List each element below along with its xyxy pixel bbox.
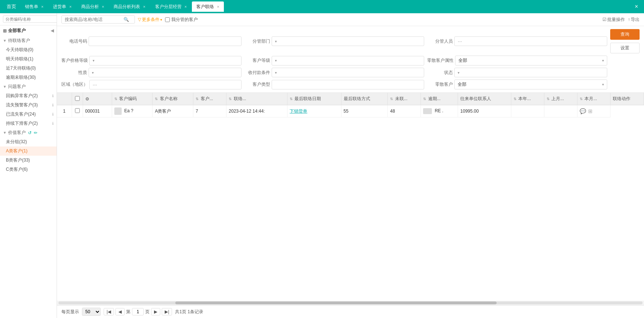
close-product-tab[interactable]: ×	[102, 4, 104, 9]
comment-icon[interactable]: 💬	[580, 108, 586, 114]
sort-icon-3: ⇅	[196, 97, 198, 101]
cell-last-method[interactable]: 下销货单	[287, 105, 341, 117]
retail-cust-select[interactable]: 全部 ▾	[454, 80, 607, 89]
problem-customer-group[interactable]: ▼ 问题客户	[0, 82, 57, 91]
sidebar-item-declining[interactable]: 持续下滑客户(2) ℹ	[0, 119, 57, 128]
cust-type-input[interactable]	[272, 80, 425, 89]
avatar-placeholder	[114, 107, 122, 115]
my-customers-checkbox[interactable]	[165, 17, 170, 22]
table-header-row: ⚙ ⇅ 客户编码 ⇅ 客户名称 ⇅ 客户...	[57, 93, 644, 105]
sidebar-item-ungrouped[interactable]: 未分组(32)	[0, 137, 57, 146]
main-search-box: 🔍	[61, 15, 135, 24]
chevron-down-icon: ▾	[160, 18, 162, 22]
tab-product-list[interactable]: 商品分析列表 ×	[109, 1, 150, 12]
sidebar-item-lost[interactable]: 已流失客户(24) ℹ	[0, 110, 57, 119]
row-checkbox[interactable]	[75, 108, 80, 113]
collapse-sidebar-icon[interactable]: ◀	[51, 28, 54, 33]
prev-page-button[interactable]: ◀	[115, 308, 125, 315]
total-records-label: 共1页 1条记录	[175, 309, 203, 315]
sidebar-item-c-class[interactable]: C类客户(6)	[0, 165, 57, 174]
pending-contact-group[interactable]: ▼ 待联络客户	[0, 36, 57, 45]
nature-select[interactable]: ▾	[89, 68, 242, 77]
sidebar-item-churn-warning[interactable]: 流失预警客户(3) ℹ	[0, 100, 57, 110]
sort-icon-10: ⇅	[580, 97, 583, 101]
next-page-button[interactable]: ▶	[151, 308, 160, 315]
col-overdue[interactable]: ⇅ 逾期...	[421, 93, 458, 105]
col-not-contact[interactable]: ⇅ 未联...	[388, 93, 421, 105]
close-purchase-tab[interactable]: ×	[69, 4, 71, 9]
page-number-input[interactable]	[132, 308, 144, 315]
close-product-list-tab[interactable]: ×	[143, 4, 145, 9]
window-close-button[interactable]: ×	[632, 3, 641, 10]
sidebar-item-a-class[interactable]: A类客户(1)	[0, 146, 57, 156]
settings-button[interactable]: 设置	[610, 43, 640, 53]
sidebar-item-today[interactable]: 今天待联络(0)	[0, 45, 57, 54]
more-conditions-button[interactable]: ▽ 更多条件 ▾	[138, 17, 162, 23]
tab-product-analysis[interactable]: 商品分析 ×	[77, 1, 108, 12]
page-size-select[interactable]: 50 100 200	[82, 308, 101, 316]
close-sales-tab[interactable]: ×	[41, 4, 43, 9]
main-search-input[interactable]	[65, 17, 124, 22]
checkbox-icon: ☑	[602, 17, 607, 22]
col-this-month[interactable]: ⇅ 本月...	[577, 93, 610, 105]
sidebar-item-repurchase-abnormal[interactable]: 回购异常客户(2) ℹ	[0, 91, 57, 100]
col-last-date[interactable]: ⇅ 最后联络日期	[287, 93, 341, 105]
col-gear[interactable]: ⚙	[83, 93, 112, 105]
col-customer-code[interactable]: ⇅ 客户编码	[112, 93, 153, 105]
page-label: 第	[126, 309, 130, 315]
sidebar-search-input[interactable]	[3, 15, 57, 23]
price-grade-select[interactable]: ▾	[89, 56, 242, 66]
horizontal-scrollbar[interactable]	[57, 301, 644, 305]
scrollbar-track[interactable]	[58, 301, 643, 304]
sidebar-item-overdue[interactable]: 逾期未联络(30)	[0, 73, 57, 82]
tab-sales[interactable]: 销售单 ×	[21, 1, 48, 12]
col-last-month[interactable]: ⇅ 上月...	[544, 93, 577, 105]
tab-customer-tier[interactable]: 客户分层经营 ×	[151, 1, 191, 12]
last-page-button[interactable]: ▶|	[162, 308, 172, 315]
close-customer-contact-tab[interactable]: ×	[217, 4, 219, 9]
edit-icon[interactable]: ✏	[34, 130, 37, 135]
grid-action-icon[interactable]: ⊞	[588, 108, 593, 114]
sidebar-item-b-class[interactable]: B类客户(33)	[0, 156, 57, 165]
value-customer-group[interactable]: ▼ 价值客户 ↺ ✏	[0, 128, 57, 137]
region-select[interactable]: ···	[89, 80, 242, 89]
all-customers-header[interactable]: ⊞ 全部客户 ◀	[0, 25, 57, 36]
person-select[interactable]: ···	[454, 36, 607, 46]
chevron-icon-6: ▾	[275, 71, 277, 75]
export-button[interactable]: ↑ 导出	[628, 17, 640, 23]
col-this-year[interactable]: ⇅ 本年...	[511, 93, 544, 105]
refresh-icon[interactable]: ↺	[28, 130, 32, 135]
col-last-method[interactable]: 最后联络方式	[341, 93, 388, 105]
arrow-icon-3: ▼	[3, 131, 7, 135]
phone-input[interactable]	[89, 36, 242, 46]
tab-customer-contact[interactable]: 客户联络 ×	[192, 1, 223, 12]
dept-select[interactable]: ▾	[272, 36, 425, 46]
payment-select[interactable]: ▾	[272, 68, 425, 77]
scrollbar-thumb[interactable]	[175, 301, 497, 304]
main-search-icon[interactable]: 🔍	[124, 17, 129, 22]
col-company-contact[interactable]: 往来单位联系人	[458, 93, 511, 105]
col-contact-count[interactable]: ⇅ 联络...	[226, 93, 287, 105]
batch-ops-button[interactable]: ☑ 批量操作	[602, 17, 625, 23]
retail-cust-field: 零散客户 全部 ▾	[427, 80, 607, 89]
content-area: 🔍 ▽ 更多条件 ▾ 我分管的客户 ☑ 批量操作 ↑ 导出	[57, 13, 644, 318]
cell-name[interactable]: Ea ?	[112, 105, 153, 117]
filter-row-4: 区域（地区） ··· 客户类型 零散客户 全部 ▾	[61, 80, 640, 89]
sidebar-item-7days[interactable]: 近7天待联络(0)	[0, 64, 57, 73]
first-page-button[interactable]: |◀	[104, 308, 114, 315]
customer-grade-select[interactable]: ▾	[272, 56, 425, 66]
retail-attr-select[interactable]: 全部 ▾	[455, 56, 607, 66]
filter-bar: 🔍 ▽ 更多条件 ▾ 我分管的客户 ☑ 批量操作 ↑ 导出	[57, 13, 644, 26]
data-table-container: ⚙ ⇅ 客户编码 ⇅ 客户名称 ⇅ 客户...	[57, 93, 644, 301]
status-select[interactable]: ▾	[454, 68, 607, 77]
select-all-checkbox[interactable]	[75, 96, 80, 101]
col-customer-type[interactable]: ⇅ 客户...	[193, 93, 226, 105]
chevron-icon-4: ▾	[602, 59, 604, 63]
tab-purchase[interactable]: 进货单 ×	[49, 1, 76, 12]
price-grade-label: 客户价格等级	[61, 57, 88, 64]
close-customer-tier-tab[interactable]: ×	[185, 4, 187, 9]
home-tab[interactable]: 首页	[3, 3, 20, 10]
sidebar-item-tomorrow[interactable]: 明天待联络(1)	[0, 54, 57, 64]
query-button[interactable]: 查询	[610, 29, 640, 40]
col-customer-name[interactable]: ⇅ 客户名称	[153, 93, 193, 105]
